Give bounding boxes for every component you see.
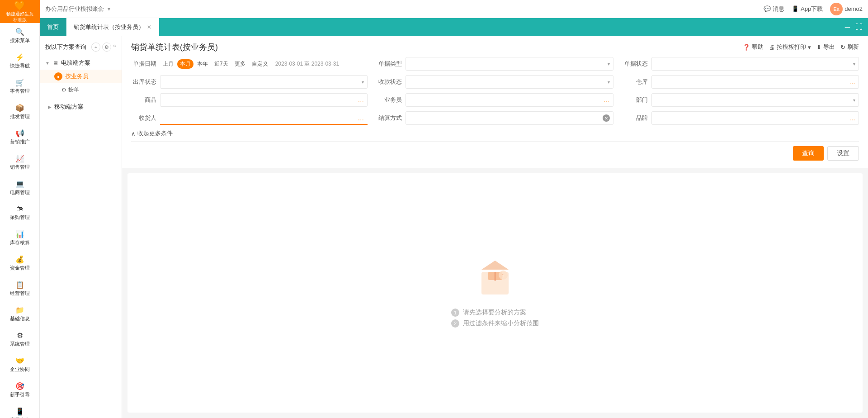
tab-sales-stats-close[interactable]: ✕	[147, 24, 151, 30]
sidebar-item-ecommerce[interactable]: 💻电商管理	[0, 175, 40, 200]
user-menu[interactable]: Ea demo2	[830, 3, 863, 15]
filter-section: 销货单统计表(按业务员) ❓ 帮助 🖨 按模板打印 ▾ ⬇	[122, 36, 868, 168]
date-tab-more[interactable]: 更多	[232, 59, 248, 69]
sidebar-icon-basic: 📁	[2, 306, 38, 314]
date-tab-current-year[interactable]: 本年	[194, 59, 211, 69]
empty-tip-2: 2 用过滤条件来缩小分析范围	[451, 319, 539, 328]
sidebar-icon-inventory: 📊	[2, 230, 38, 238]
sidebar-item-search[interactable]: 🔍搜索菜单	[0, 23, 40, 48]
sidebar-item-enterprise[interactable]: 🤝企业协同	[0, 352, 40, 377]
print-button[interactable]: 🖨 按模板打印 ▾	[769, 43, 811, 51]
warehouse-input[interactable]	[651, 75, 859, 89]
brand-control: …	[651, 111, 859, 125]
print-icon: 🖨	[769, 44, 775, 51]
desktop-section-title[interactable]: ▼ 🖥 电脑端方案	[40, 56, 122, 70]
sidebar-label-search: 搜索菜单	[2, 37, 38, 44]
consignee-input[interactable]	[160, 111, 368, 125]
help-button[interactable]: ❓ 帮助	[743, 43, 764, 51]
help-icon: ❓	[743, 44, 750, 51]
salesperson-input[interactable]	[406, 93, 613, 107]
sidebar-icon-operations: 📋	[2, 280, 38, 289]
sidebar-icon-shortcuts: ⚡	[2, 53, 38, 62]
date-tab-current-month[interactable]: 本月	[177, 59, 193, 69]
sidebar-item-inventory[interactable]: 📊库存核算	[0, 225, 40, 251]
brand-input[interactable]	[651, 111, 859, 125]
sidebar-icon-ecommerce: 💻	[2, 180, 38, 188]
sidebar-item-finance[interactable]: 💰资金管理	[0, 251, 40, 276]
goods-input[interactable]	[160, 93, 368, 107]
desktop-section-label: 电脑端方案	[61, 59, 90, 67]
doc-status-control: ▾	[651, 57, 859, 71]
tab-maximize-button[interactable]: ⛶	[854, 21, 864, 33]
scheme-by-order[interactable]: ⚙ 按单	[40, 83, 122, 96]
app-download-button[interactable]: 📱 App下载	[792, 5, 823, 13]
export-label: 导出	[823, 43, 835, 51]
add-scheme-button[interactable]: +	[91, 43, 100, 52]
settings-button[interactable]: 设置	[827, 146, 859, 161]
doc-status-select[interactable]	[651, 57, 859, 71]
date-tab-custom[interactable]: 自定义	[249, 59, 271, 69]
collapse-label: 收起更多条件	[137, 129, 173, 138]
sidebar-label-finance: 资金管理	[2, 265, 38, 271]
collapse-more-button[interactable]: ∧ 收起更多条件	[131, 129, 859, 138]
sidebar-item-purchase[interactable]: 🛍采购管理	[0, 200, 40, 225]
help-label: 帮助	[752, 43, 764, 51]
query-button[interactable]: 查询	[793, 146, 824, 161]
user-avatar: Ea	[830, 3, 843, 15]
main-area: 办公用品行业模拟账套 ▾ 💬 消息 📱 App下载 Ea demo2 首页	[40, 0, 868, 418]
sidebar-item-operations[interactable]: 📋经营管理	[0, 276, 40, 301]
goods-label: 商品	[131, 96, 156, 104]
sidebar-label-inventory: 库存核算	[2, 239, 38, 246]
date-tab-7days[interactable]: 近7天	[212, 59, 231, 69]
sidebar-item-system[interactable]: ⚙系统管理	[0, 327, 40, 352]
doc-status-label: 单据状态	[623, 60, 648, 68]
export-button[interactable]: ⬇ 导出	[816, 43, 835, 51]
refresh-button[interactable]: ↻ 刷新	[840, 43, 859, 51]
date-tab-last-month[interactable]: 上月	[160, 59, 176, 69]
print-dropdown-arrow[interactable]: ▾	[808, 44, 811, 51]
doc-type-select[interactable]	[406, 57, 613, 71]
sidebar-item-marketing[interactable]: 📢营销推广	[0, 124, 40, 150]
department-control: ▾	[651, 93, 859, 107]
department-filter: 部门 ▾	[623, 93, 859, 107]
mobile-section-title[interactable]: ▶ 移动端方案	[40, 100, 122, 114]
message-button[interactable]: 💬 消息	[764, 5, 784, 13]
out-status-select[interactable]	[160, 75, 368, 89]
app-download-icon: 📱	[792, 5, 799, 12]
tabbar-controls: ─ ⛶	[843, 21, 868, 33]
content-area: 按以下方案查询 + ⚙ « ▼ 🖥 电脑端方案 ● 按业务员	[40, 36, 868, 418]
collapse-panel-button[interactable]: «	[113, 43, 116, 52]
scheme-by-salesperson[interactable]: ● 按业务员	[40, 70, 122, 83]
sidebar-item-basic[interactable]: 📁基础信息	[0, 301, 40, 327]
filter-row-4: 收货人 … 结算方式 ✕ 品牌	[131, 111, 859, 125]
sidebar-label-purchase: 采购管理	[2, 214, 38, 221]
user-initial: Ea	[834, 6, 840, 12]
sidebar-item-shortcuts[interactable]: ⚡快捷导航	[0, 48, 40, 74]
scheme-settings-button[interactable]: ⚙	[102, 43, 111, 52]
brand-label: 品牌	[623, 114, 648, 122]
sidebar-label-retail: 零售管理	[2, 88, 38, 95]
department-select[interactable]	[651, 93, 859, 107]
settlement-select[interactable]	[406, 111, 613, 125]
tab-minimize-button[interactable]: ─	[843, 21, 852, 33]
empty-tips: 1 请先选择要分析的方案 2 用过滤条件来缩小分析范围	[451, 309, 539, 330]
sidebar-item-app_center[interactable]: 📱应用中心	[0, 403, 40, 418]
sidebar-item-retail[interactable]: 🛒零售管理	[0, 74, 40, 99]
consignee-filter: 收货人 …	[131, 111, 368, 125]
left-panel-header: 按以下方案查询 + ⚙ «	[40, 40, 122, 54]
filter-row-1: 单据日期 上月 本月 本年 近7天 更多 自定义 2023-03-01 至 20…	[131, 57, 859, 71]
tab-home[interactable]: 首页	[40, 18, 66, 36]
sidebar-label-sales: 销售管理	[2, 164, 38, 171]
app-logo: 🧡 畅捷通好生意 标准版	[0, 0, 40, 23]
doc-status-filter: 单据状态 ▾	[623, 57, 859, 71]
collect-status-select[interactable]	[406, 75, 613, 89]
department-label: 部门	[623, 96, 648, 104]
sidebar-item-sales[interactable]: 📈销售管理	[0, 150, 40, 175]
settlement-clear[interactable]: ✕	[603, 114, 610, 122]
brand-filter: 品牌 …	[623, 111, 859, 125]
sidebar-item-wholesale[interactable]: 📦批发管理	[0, 99, 40, 124]
tab-sales-stats[interactable]: 销货单统计表（按业务员） ✕	[66, 18, 159, 36]
sidebar-item-guide[interactable]: 🎯新手引导	[0, 377, 40, 403]
topbar-dropdown-icon[interactable]: ▾	[108, 6, 110, 12]
warehouse-label: 仓库	[623, 78, 648, 86]
